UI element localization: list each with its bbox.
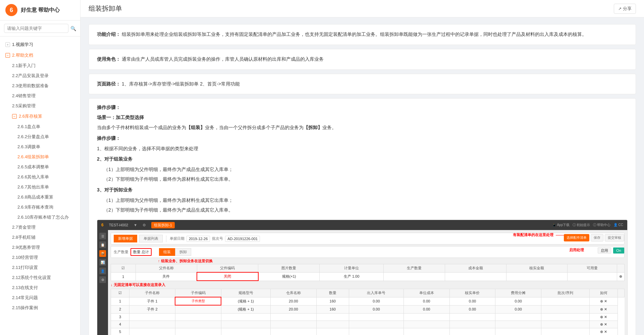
step3-1: （1）上部明细为父件明细，最终作为原材料生成其它出库单； [104, 196, 628, 205]
steps-intro: 操作步骤： [97, 134, 628, 143]
table-row: 1 子件 1 子件类型 (规格 + 1) 20.00 160 0.00 0.00 [111, 297, 625, 305]
sidebar-item-2-5[interactable]: 2.5采购管理 [0, 101, 80, 111]
ss-btn-list[interactable]: 单据列表 [139, 235, 163, 242]
sidebar-item-2-13[interactable]: 2.13在线支付 [0, 283, 80, 293]
ss-enable-toggle[interactable]: 启用 [598, 247, 611, 254]
step3: 3、对于拆卸业务 [97, 186, 628, 194]
intro-text: 组装拆卸单用来处理企业组装或拆卸等加工业务，支持有固定装配清单的产品加工业务，也… [122, 32, 587, 37]
logo-icon: 6 [5, 4, 17, 16]
content-area: 功能介绍： 组装拆卸单用来处理企业组装或拆卸等加工业务，支持有固定装配清单的产品… [80, 17, 644, 335]
sidebar-item-2[interactable]: − 2.帮助文档 [0, 50, 80, 61]
sidebar-item-2-6-1[interactable]: 2.6.1盘点单 [0, 122, 80, 132]
ss-topbar-apps: 📱 App下载 ⓘ 初始提示 ⓘ 帮助中心 👤 CC [552, 223, 623, 227]
sidebar-item-2-6-7[interactable]: 2.6.7其他出库单 [0, 182, 80, 192]
sidebar-item-2-6-10[interactable]: 2.6.10库存账本错了怎么办 [0, 212, 80, 222]
share-button[interactable]: ↗ 分享 [614, 4, 636, 14]
ss-qty: 数量 总计 [130, 248, 152, 256]
expand-icon-1: + [5, 42, 10, 47]
sidebar-item-2-14[interactable]: 2.14常见问题 [0, 293, 80, 303]
sidebar-header: 6 好生意 帮助中心 [0, 0, 80, 20]
path-card: 页面路径： 1、库存核算->库存管理->组装拆卸单 2、首页->常用功能 [89, 74, 636, 95]
ss-batch: AD-20191226-001 [225, 236, 260, 242]
sidebar-item-2-8[interactable]: 2.8手机旺辅 [0, 232, 80, 242]
sidebar-item-2-4[interactable]: 2.4销售管理 [0, 91, 80, 101]
nav-tree: + 1.视频学习 − 2.帮助文档 2.1新手入门 2.2产品安装及登录 2.3… [0, 37, 80, 335]
table-row: 2 子件 2 (规格 + 1) 20.00 160 0.00 0.00 0.0 [111, 305, 625, 313]
sidebar-item-2-11[interactable]: 2.11打印设置 [0, 263, 80, 273]
annotation4: ↓ 无固定清单可以直接在这里录入 [111, 282, 625, 287]
sidebar-item-2-6-9[interactable]: 2.6.9库存账本查询 [0, 202, 80, 212]
app-name: 好生意 帮助中心 [21, 7, 60, 14]
scenario1-label: 场景一：加工类型选择 [97, 115, 628, 121]
table-row: 3⊕ ✕ [111, 313, 625, 321]
role-card: 使用角色： 通常由生产人员或库管人员完成拆装业务的操作，库管人员确认原材料的出库… [89, 49, 636, 70]
ss-date: 2019-12-26 [186, 236, 210, 242]
role-label: 使用角色： [97, 56, 120, 62]
ss-parent-table: ☑ 父件名称 父件编码 图片数量 计量单位 生产数量 成本金额 核实金额 可用量 [111, 264, 625, 281]
sidebar-item-2-7[interactable]: 2.7资金管理 [0, 222, 80, 232]
sidebar-item-2-6-6[interactable]: 2.6.6其他入库单 [0, 172, 80, 182]
step2-1: （1）上部明细为父件明细，最终作为产成品生成其它入库单； [104, 165, 628, 174]
ss-btn-save[interactable]: 保存 [591, 234, 603, 241]
ss-btn-cancel[interactable]: 提交审核 [605, 234, 624, 241]
sidebar-item-2-15[interactable]: 2.15操作案例 [0, 303, 80, 313]
sidebar: 6 好生意 帮助中心 🔍 + 1.视频学习 − 2.帮助文档 2.1新手入门 2… [0, 0, 80, 335]
step3-2: （2）下部明细为子件明细，最终作为产成品生成其它入库单。 [104, 206, 628, 214]
intro-label: 功能介绍： [97, 32, 120, 37]
sidebar-item-2-12[interactable]: 2.12系统个性化设置 [0, 273, 80, 283]
ss-on-toggle[interactable]: On [613, 247, 624, 254]
step1: 1、根据不同的业务，选择不同单据的类型来处理 [97, 145, 628, 153]
table-row: 1 关件 关闭 规格(×1) 生产 1.00 [111, 272, 625, 281]
sidebar-item-2-6-2[interactable]: 2.6.2分量盘点单 [0, 132, 80, 142]
intro-card: 功能介绍： 组装拆卸单用来处理企业组装或拆卸等加工业务，支持有固定装配清单的产品… [89, 24, 636, 45]
path-label: 页面路径： [97, 81, 120, 87]
steps-label: 操作步骤： [97, 105, 628, 111]
ss-topbar-logo: 6 [101, 223, 104, 227]
sidebar-item-2-6-4[interactable]: 2.6.4组装拆卸单 [0, 152, 80, 162]
ss-tab-disassemble[interactable]: 拆卸 [175, 248, 191, 256]
table-row: 4⊕ ✕ [111, 321, 625, 328]
screenshot-container: 6 TEST-H002 ▼ ⚙ 组装拆卸-1 📱 App下载 ⓘ 初始提示 ⓘ … [97, 220, 628, 335]
sidebar-item-2-9[interactable]: 2.9优惠券管理 [0, 242, 80, 253]
sidebar-item-2-6[interactable]: − 2.6库存核算 [0, 111, 80, 122]
search-input[interactable] [4, 24, 68, 33]
main-content: 组装拆卸单 ↗ 分享 功能介绍： 组装拆卸单用来处理企业组装或拆卸等加工业务，支… [80, 0, 644, 335]
path-text: 1、库存核算->库存管理->组装拆卸单 2、首页->常用功能 [122, 81, 240, 87]
step2: 2、对于组装业务 [97, 155, 628, 163]
sidebar-item-2-3[interactable]: 2.3使用前数据准备 [0, 81, 80, 91]
table-row: 5⊕ ✕ [111, 328, 625, 335]
page-title: 组装拆卸单 [89, 4, 122, 13]
annotation2: ↑ 组装业务、拆卸业务在这里切换 [158, 259, 213, 264]
sidebar-item-2-6-5[interactable]: 2.6.5成本调整单 [0, 162, 80, 172]
sidebar-item-1[interactable]: + 1.视频学习 [0, 39, 80, 50]
role-text: 通常由生产人员或库管人员完成拆装业务的操作，库管人员确认原材料的出库和产成品的入… [122, 56, 324, 62]
ss-status-btn: 组装拆卸-1 [151, 222, 175, 228]
sidebar-item-2-10[interactable]: 2.10经营管理 [0, 253, 80, 263]
search-button[interactable]: 🔍 [70, 26, 76, 31]
sidebar-item-2-6-3[interactable]: 2.6.3调拨单 [0, 142, 80, 152]
collapse-icon-2-6: − [12, 114, 17, 119]
annotation3: 启用处理 [569, 247, 584, 253]
sidebar-item-2-6-8[interactable]: 2.6.8商品成本重算 [0, 192, 80, 202]
collapse-icon-2: − [5, 53, 10, 58]
share-icon: ↗ [618, 6, 622, 11]
ss-btn-new[interactable]: 新增单据 [114, 235, 137, 242]
scenario1-desc: 当由多个子件材料组装成一个成品的业务为【组装】业务，当由一个父件拆分成多个子产品… [97, 123, 628, 132]
ss-topbar-id: TEST-H002 [109, 223, 128, 227]
top-bar: 组装拆卸单 ↗ 分享 [80, 0, 644, 17]
ss-child-table: ☑ 子件名称 子件编码 规格型号 仓库名称 数量 出入库单号 单位成本 核实单价 [111, 289, 625, 335]
step2-2: （2）下部明细为子件明细，最终作为原材料生成其它出库单。 [104, 175, 628, 183]
ss-btn-config[interactable]: 选择配件清单 [564, 234, 589, 241]
steps-section: 操作步骤： 场景一：加工类型选择 当由多个子件材料组装成一个成品的业务为【组装】… [89, 98, 636, 335]
ss-type-tabs: 组装 拆卸 [159, 248, 191, 256]
sidebar-item-2-2[interactable]: 2.2产品安装及登录 [0, 71, 80, 81]
ss-tab-assemble[interactable]: 组装 [159, 248, 175, 256]
sidebar-item-2-1[interactable]: 2.1新手入门 [0, 61, 80, 71]
search-box: 🔍 [0, 20, 80, 37]
